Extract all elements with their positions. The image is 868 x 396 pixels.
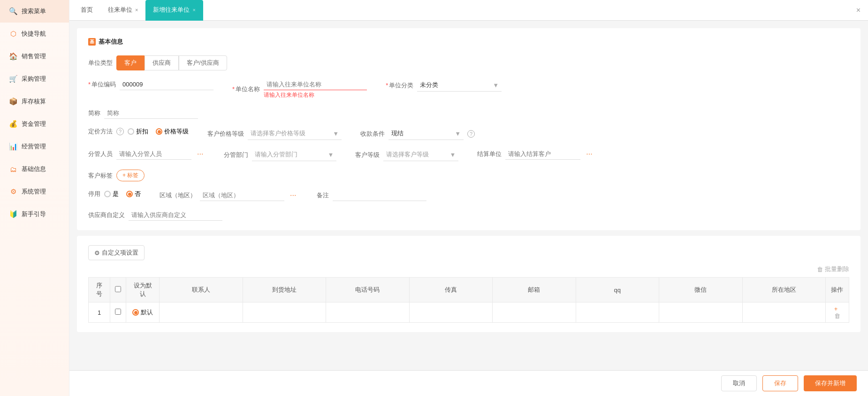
pricing-radio-discount[interactable]: 折扣 — [128, 127, 148, 136]
default-radio-circle — [132, 309, 139, 316]
search-menu-icon: 🔍 — [8, 7, 18, 16]
btn-type-supplier[interactable]: 供应商 — [145, 55, 179, 70]
btn-type-customer[interactable]: 客户 — [116, 55, 145, 70]
form-row-supplier-custom: 供应商自定义 — [88, 210, 849, 221]
sidebar-item-quicknav[interactable]: ⬡ 快捷导航 — [0, 23, 69, 45]
sidebar-item-inventory[interactable]: 📦 库存核算 — [0, 90, 69, 113]
form-row-disabled: 停用 是 否 — [88, 190, 849, 201]
wechat-input[interactable] — [664, 309, 737, 316]
cell-address[interactable] — [243, 303, 326, 323]
sidebar-item-sales[interactable]: 🏠 销售管理 — [0, 45, 69, 68]
unit-type-group: 客户 供应商 客户/供应商 — [116, 55, 227, 70]
field-region: 区域（地区） ··· — [160, 190, 298, 201]
pricing-help-icon[interactable]: ? — [116, 128, 124, 135]
sidebar: 🔍 搜索菜单 ⬡ 快捷导航 🏠 销售管理 🛒 采购管理 📦 库存核算 💰 资金管… — [0, 0, 69, 396]
manager-more-btn[interactable]: ··· — [195, 150, 205, 158]
tab-home[interactable]: 首页 — [73, 0, 100, 21]
phone-input[interactable] — [331, 309, 404, 316]
cell-email[interactable] — [493, 303, 576, 323]
pricing-radio-level[interactable]: 价格等级 — [156, 127, 189, 136]
cell-ops: + 🗑 — [825, 303, 849, 323]
tab-new-counterparty-close[interactable]: × — [192, 7, 195, 13]
sidebar-item-finance[interactable]: 💰 资金管理 — [0, 113, 69, 135]
tabbar: 首页 往来单位 × 新增往来单位 × × — [69, 0, 868, 21]
cancel-button[interactable]: 取消 — [721, 375, 757, 391]
radio-circle-yes — [104, 191, 111, 197]
radio-circle-level — [156, 128, 162, 135]
inventory-icon: 📦 — [8, 97, 18, 106]
cell-fax[interactable] — [409, 303, 492, 323]
sidebar-item-purchase[interactable]: 🛒 采购管理 — [0, 68, 69, 90]
sidebar-item-guide[interactable]: 🔰 新手引导 — [0, 203, 69, 225]
row-checkbox[interactable] — [115, 309, 121, 315]
supplier-custom-input[interactable] — [129, 210, 222, 221]
cell-contact[interactable] — [160, 303, 243, 323]
tab-counterparty-close[interactable]: × — [135, 7, 138, 13]
select-all-checkbox[interactable] — [115, 286, 121, 292]
unit-category-select[interactable]: 未分类 ▼ — [417, 79, 502, 92]
cell-qq[interactable] — [576, 303, 659, 323]
tab-counterparty[interactable]: 往来单位 × — [100, 0, 145, 21]
short-name-input[interactable] — [104, 108, 198, 119]
table-header-row: 序号 设为默认 联系人 到货地址 电话号码 传真 邮箱 qq 微信 所在地区 操… — [89, 278, 849, 303]
default-radio[interactable]: 默认 — [131, 308, 154, 317]
custom-settings-button[interactable]: ⚙ 自定义项设置 — [88, 245, 145, 260]
add-tag-button[interactable]: + 标签 — [116, 170, 145, 181]
address-input[interactable] — [248, 309, 321, 316]
disabled-radio-group: 是 否 — [104, 190, 141, 198]
tabbar-close-all[interactable]: × — [853, 6, 864, 15]
save-add-button[interactable]: 保存并新增 — [804, 375, 857, 391]
settlement-unit-input[interactable] — [505, 148, 580, 160]
col-qq: qq — [576, 278, 659, 303]
col-seq: 序号 — [89, 278, 110, 303]
remark-input[interactable] — [333, 190, 426, 201]
col-contact: 联系人 — [160, 278, 243, 303]
field-remark: 备注 — [317, 190, 426, 201]
cell-phone[interactable] — [326, 303, 409, 323]
cell-region[interactable] — [742, 303, 825, 323]
form-row-manager: 分管人员 ··· 分管部门 请输入分管部门 ▼ 客户等级 — [88, 148, 849, 161]
email-input[interactable] — [497, 309, 571, 316]
customer-level-select[interactable]: 请选择客户等级 ▼ — [383, 148, 458, 161]
radio-circle-discount — [128, 128, 134, 135]
unit-name-input[interactable] — [264, 79, 367, 90]
chevron-down-icon5: ▼ — [449, 151, 456, 158]
sidebar-item-basicinfo[interactable]: 🗂 基础信息 — [0, 158, 69, 180]
unit-code-input[interactable] — [120, 79, 213, 90]
delete-row-btn[interactable]: 🗑 — [834, 312, 840, 319]
field-unit-category: *单位分类 未分类 ▼ — [386, 79, 502, 92]
custom-settings-row: ⚙ 自定义项设置 — [88, 245, 849, 260]
gear-icon: ⚙ — [94, 249, 100, 256]
disabled-radio-no[interactable]: 否 — [126, 190, 141, 198]
field-settlement-unit: 结算单位 ··· — [477, 148, 594, 160]
tab-new-counterparty[interactable]: 新增往来单位 × — [145, 0, 203, 21]
region-table-input[interactable] — [747, 309, 821, 316]
qq-input[interactable] — [581, 309, 655, 316]
customer-price-level-select[interactable]: 请选择客户价格等级 ▼ — [248, 127, 342, 140]
form-row-tags: 客户标签 + 标签 — [88, 170, 849, 181]
department-select[interactable]: 请输入分管部门 ▼ — [252, 148, 336, 161]
content-area: 基 基本信息 单位类型 客户 供应商 客户/供应商 — [69, 21, 868, 370]
field-customer-level: 客户等级 请选择客户等级 ▼ — [355, 148, 458, 161]
save-button[interactable]: 保存 — [762, 375, 798, 391]
contacts-table: 序号 设为默认 联系人 到货地址 电话号码 传真 邮箱 qq 微信 所在地区 操… — [88, 277, 849, 323]
fax-input[interactable] — [414, 309, 487, 316]
form-row-code-name-cat: *单位编码 *单位名称 请输入往来单位名称 *单位分类 未分类 — [88, 79, 849, 99]
region-more-btn[interactable]: ··· — [288, 191, 298, 200]
cell-wechat[interactable] — [659, 303, 742, 323]
sidebar-item-operations[interactable]: 📊 经营管理 — [0, 135, 69, 158]
manager-input[interactable] — [116, 148, 191, 160]
region-input[interactable] — [200, 190, 284, 201]
collection-help-icon[interactable]: ? — [467, 130, 475, 138]
btn-type-both[interactable]: 客户/供应商 — [179, 55, 227, 70]
batch-delete-button[interactable]: 🗑 批量删除 — [817, 265, 849, 273]
disabled-radio-yes[interactable]: 是 — [104, 190, 119, 198]
finance-icon: 💰 — [8, 119, 18, 129]
sidebar-item-system[interactable]: ⚙ 系统管理 — [0, 180, 69, 203]
settlement-more-btn[interactable]: ··· — [584, 150, 594, 158]
add-row-btn[interactable]: + — [834, 305, 838, 312]
sidebar-item-search[interactable]: 🔍 搜索菜单 — [0, 0, 69, 23]
basicinfo-icon: 🗂 — [8, 164, 18, 174]
collection-condition-select[interactable]: 现结 ▼ — [388, 127, 464, 140]
contact-input[interactable] — [164, 309, 237, 316]
